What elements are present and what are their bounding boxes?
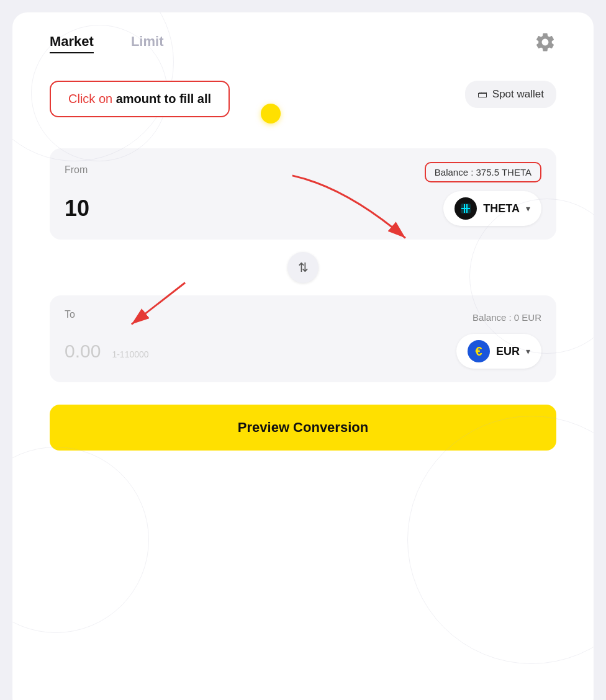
from-currency-selector[interactable]: THETA ▾ (443, 191, 541, 226)
tab-limit[interactable]: Limit (131, 34, 164, 53)
hint-text: amount to fill all (116, 92, 211, 105)
to-currency-selector[interactable]: € EUR ▾ (456, 334, 541, 369)
spot-wallet-label: Spot wallet (492, 88, 544, 101)
svg-rect-3 (461, 208, 470, 209)
to-chevron-icon: ▾ (526, 346, 530, 356)
spot-wallet-button[interactable]: 🗃 Spot wallet (465, 81, 556, 108)
click-hint-box[interactable]: Click on amount to fill all (50, 81, 230, 117)
settings-button[interactable] (534, 31, 556, 56)
from-currency-name: THETA (483, 202, 520, 215)
to-range-hint: 1-110000 (112, 349, 148, 359)
tab-row: Market Limit (50, 31, 556, 56)
from-balance[interactable]: Balance : 375.5 THETA (425, 162, 541, 182)
annotation-row: Click on amount to fill all 🗃 Spot walle… (50, 81, 556, 117)
swap-row: ⇅ (50, 252, 556, 283)
from-label: From (65, 164, 88, 176)
from-chevron-icon: ▾ (526, 204, 530, 213)
to-panel-top: To Balance : 0 EUR (65, 309, 541, 325)
wallet-icon: 🗃 (477, 89, 487, 100)
from-panel-top: From Balance : 375.5 THETA (65, 162, 541, 182)
from-panel-bottom: 10 THETA ▾ (65, 191, 541, 226)
to-amount[interactable]: 0.00 (65, 341, 101, 362)
yellow-dot-indicator (261, 104, 281, 123)
tabs: Market Limit (50, 34, 163, 53)
to-balance: Balance : 0 EUR (473, 312, 541, 323)
eur-icon: € (468, 340, 490, 362)
svg-rect-4 (464, 204, 465, 213)
preview-conversion-button[interactable]: Preview Conversion (50, 405, 556, 451)
svg-rect-5 (466, 204, 468, 213)
to-label: To (65, 309, 75, 320)
swap-button[interactable]: ⇅ (287, 252, 319, 283)
swap-icon: ⇅ (298, 260, 309, 275)
theta-icon (455, 197, 477, 220)
to-panel-bottom: 0.00 1-110000 € EUR ▾ (65, 334, 541, 369)
hint-prefix: Click on (68, 92, 116, 105)
from-amount[interactable]: 10 (65, 195, 89, 222)
to-panel: To Balance : 0 EUR 0.00 1-110000 € EUR ▾ (50, 295, 556, 382)
to-currency-name: EUR (496, 345, 520, 358)
tab-market[interactable]: Market (50, 34, 94, 53)
from-panel: From Balance : 375.5 THETA 10 THETA ▾ (50, 148, 556, 240)
main-container: Market Limit Click on amount to fill all… (12, 12, 594, 700)
